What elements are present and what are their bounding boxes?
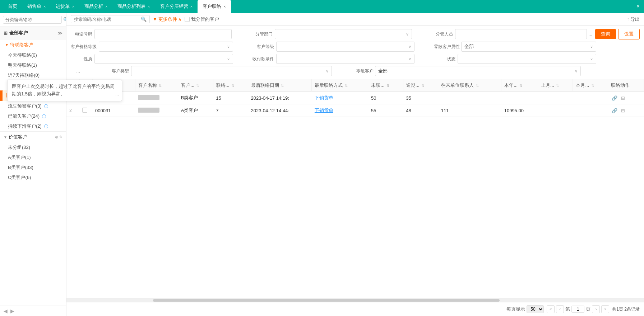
payment-field: 收付款条件 ∨ [252, 54, 415, 64]
row2-num: 2 [66, 104, 79, 117]
sidebar-item-7days-pending[interactable]: 近7天待联络(0) [0, 70, 66, 80]
sidebar-search-icon[interactable]: 🔍 [63, 17, 66, 23]
settings-button[interactable]: 设置 [618, 29, 640, 39]
dept-select[interactable]: ∨ [275, 29, 412, 39]
sort-contact-icon[interactable]: ⇅ [231, 84, 234, 88]
sidebar-item-a-class[interactable]: A类客户(1) [0, 152, 66, 162]
payment-arrow-icon: ∨ [408, 57, 411, 61]
nav-item-customer-contact[interactable]: 客户联络 × [198, 0, 231, 13]
person-more-icon[interactable]: ... [588, 32, 592, 37]
sidebar-scroll-left-icon[interactable]: ◀ [4, 308, 8, 314]
sort-method-icon[interactable]: ⇅ [345, 84, 348, 88]
filter-row-3: 性质 ∨ 收付款条件 ∨ 状态 ∨ [71, 54, 640, 64]
sidebar-item-lost[interactable]: 已流失客户(24) ⓘ [0, 111, 66, 121]
row1-link-icon[interactable]: 🔗 [612, 95, 617, 101]
last-page-button[interactable]: » [601, 305, 609, 313]
filter-row-1: 电话号码 分管部门 ∨ 分管人员 ... [71, 29, 640, 39]
my-customer-checkbox[interactable] [185, 17, 190, 22]
retail-attr-select[interactable]: 全部 ∨ [461, 42, 596, 52]
close-sales-icon[interactable]: × [43, 4, 46, 9]
row2-link-icon[interactable]: 🔗 [612, 108, 617, 113]
close-all-tabs-button[interactable]: × [636, 3, 640, 10]
customer-table: ⚙ 客户编码 ⇅ 客户名称 ⇅ [66, 79, 644, 117]
export-button[interactable]: ↑ 导出 [627, 16, 640, 23]
phone-field: 电话号码 [71, 29, 232, 39]
scrollbar-thumb[interactable] [153, 299, 500, 302]
row1-contact-person [438, 92, 501, 104]
main-search-icon[interactable]: 🔍 [141, 16, 147, 22]
dept-field: 分管部门 ∨ [251, 29, 412, 39]
customer-type-label: 客户类型 [107, 68, 129, 74]
sidebar-item-c-class[interactable]: C类客户(6) [0, 173, 66, 183]
nav-item-purchase[interactable]: 进货单 × [51, 0, 79, 13]
person-select[interactable] [455, 29, 587, 39]
main-search-input[interactable] [74, 17, 141, 22]
person-field: 分管人员 ... [431, 29, 592, 39]
pending-group-header[interactable]: ▼ 待联络客户 [0, 39, 66, 50]
row1-last-date: 2023-04-17 14:19: [248, 92, 312, 104]
status-select[interactable]: ∨ [458, 54, 596, 64]
close-analysis-icon[interactable]: × [105, 4, 107, 9]
per-page-select[interactable]: 50 [527, 305, 544, 313]
sidebar-scroll-right-icon[interactable]: ▶ [10, 308, 14, 314]
first-page-button[interactable]: « [547, 305, 555, 313]
value-customer-group-header[interactable]: ▼ 价值客户 ⊕ ✎ [0, 131, 66, 142]
row2-more-icon[interactable]: ⊞ [621, 108, 625, 113]
lost-info-icon: ⓘ [42, 114, 46, 118]
nav-item-analysis-list[interactable]: 商品分析列表 × [112, 0, 155, 13]
row2-select-checkbox[interactable] [82, 108, 87, 113]
sidebar-item-lost-preview[interactable]: 流失预警客户(3) ⓘ [0, 101, 66, 111]
sort-person-icon[interactable]: ⇅ [476, 84, 479, 88]
table-row: 1 000039 B类客户 15 2023-04-17 14:19: 下销货单 … [66, 92, 644, 104]
sidebar-search-input[interactable] [3, 16, 62, 24]
sort-type-icon[interactable]: ⇅ [196, 84, 199, 88]
retail-attr-label: 零散客户属性 [434, 44, 460, 50]
sidebar-item-today-pending[interactable]: 今天待联络(0) [0, 50, 66, 60]
nav-item-sales[interactable]: 销售单 × [22, 0, 51, 13]
gender-label: 性质 [71, 56, 92, 62]
th-last-contact-method: 最后联络方式 ⇅ [312, 79, 368, 92]
prev-page-button[interactable]: ‹ [556, 305, 564, 313]
row1-more-icon[interactable]: ⊞ [621, 95, 625, 101]
query-button[interactable]: 查询 [595, 29, 616, 39]
sidebar-item-declining[interactable]: 持续下滑客户(2) ⓘ [0, 121, 66, 131]
sort-unlinked-icon[interactable]: ⇅ [386, 84, 389, 88]
declining-info-icon: ⓘ [44, 124, 48, 128]
th-contact-count: 联络... ⇅ [213, 79, 248, 92]
sort-tmonth-icon[interactable]: ⇅ [591, 84, 594, 88]
next-page-button[interactable]: › [592, 305, 600, 313]
customer-type-select[interactable]: ∨ [131, 66, 332, 76]
edit-value-icon[interactable]: ⊕ ✎ [55, 135, 62, 140]
payment-select[interactable]: ∨ [276, 54, 415, 64]
sidebar-item-ungroup[interactable]: 未分组(32) [0, 142, 66, 152]
close-customer-contact-icon[interactable]: × [223, 4, 226, 9]
nav-item-customer-tier[interactable]: 客户分层经营 × [155, 0, 198, 13]
price-grade-select[interactable]: ∨ [99, 42, 233, 52]
table-wrap[interactable]: ⚙ 客户编码 ⇅ 客户名称 ⇅ [66, 79, 644, 298]
collapse-sidebar-icon[interactable]: ≫ [57, 30, 62, 36]
sort-name-icon[interactable]: ⇅ [159, 84, 162, 88]
row1-name [135, 92, 178, 104]
horizontal-scrollbar[interactable] [66, 298, 644, 302]
retail-attr-field: 零散客户属性 全部 ∨ [434, 42, 596, 52]
sidebar-item-b-class[interactable]: B类客户(33) [0, 162, 66, 173]
page-number-input[interactable] [571, 306, 584, 313]
customer-grade-select[interactable]: ∨ [276, 42, 415, 52]
nav-item-home[interactable]: 首页 [3, 0, 22, 13]
sort-date-icon[interactable]: ⇅ [281, 84, 284, 88]
retail-select[interactable]: 全部 ∨ [375, 66, 581, 76]
close-purchase-icon[interactable]: × [72, 4, 74, 9]
sidebar-bottom-nav: ◀ ▶ [0, 306, 66, 316]
sort-lmonth-icon[interactable]: ⇅ [556, 84, 559, 88]
phone-input[interactable] [94, 29, 232, 39]
close-analysis-list-icon[interactable]: × [148, 4, 150, 9]
all-customers-header[interactable]: ⊞ 全部客户 ≫ [0, 27, 66, 39]
row4-dots-icon[interactable]: ... [76, 69, 80, 74]
close-customer-tier-icon[interactable]: × [190, 4, 193, 9]
nav-item-analysis[interactable]: 商品分析 × [79, 0, 112, 13]
sort-overdue-icon[interactable]: ⇅ [421, 84, 424, 88]
sort-year-icon[interactable]: ⇅ [519, 84, 522, 88]
more-conditions-button[interactable]: ▼ 更多条件 ∧ [153, 16, 182, 23]
gender-select[interactable]: ∨ [94, 54, 233, 64]
sidebar-item-tomorrow-pending[interactable]: 明天待联络(1) [0, 60, 66, 70]
